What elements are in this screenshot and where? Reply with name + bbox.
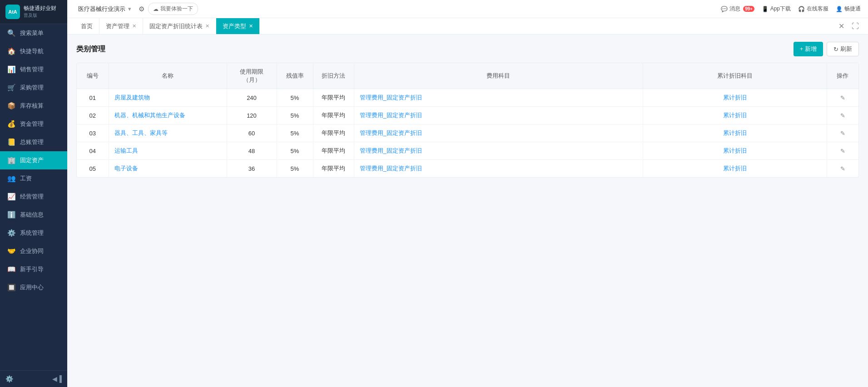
- sidebar-item-quick-nav[interactable]: 🏠 快捷导航: [0, 42, 67, 60]
- purchase-icon: 🛒: [7, 84, 15, 92]
- cell-residual: 5%: [277, 124, 313, 142]
- cell-expense: 管理费用_固定资产折旧: [354, 160, 643, 178]
- cell-method: 年限平均: [313, 142, 354, 160]
- cell-action[interactable]: ✎: [827, 107, 858, 124]
- app-download-button[interactable]: 📱 App下载: [762, 5, 791, 13]
- ledger-icon: 📒: [7, 138, 15, 146]
- sidebar-nav: 🔍 搜索菜单 🏠 快捷导航 📊 销售管理 🛒 采购管理 📦 库存核算 💰 资金管…: [0, 24, 67, 370]
- cell-period: 60: [227, 124, 277, 142]
- tabs-bar: 首页 资产管理 ✕ 固定资产折旧统计表 ✕ 资产类型 ✕ ✕ ⛶: [67, 18, 868, 35]
- home-icon: 🏠: [7, 47, 15, 55]
- cell-period: 48: [227, 142, 277, 160]
- messages-button[interactable]: 💬 消息 99: [721, 5, 754, 13]
- cell-expense: 管理费用_固定资产折旧: [354, 89, 643, 107]
- sidebar-item-inventory[interactable]: 📦 库存核算: [0, 97, 67, 115]
- sidebar-item-label: 系统管理: [20, 229, 44, 237]
- tab-fixed-asset-table[interactable]: 固定资产折旧统计表 ✕: [143, 18, 216, 34]
- dropdown-icon: ▾: [128, 5, 131, 12]
- tabs-right-actions: ✕ ⛶: [837, 20, 861, 32]
- app-center-icon: 🔲: [7, 283, 15, 292]
- tab-label: 首页: [81, 22, 93, 30]
- cell-id: 03: [77, 124, 109, 142]
- system-icon: ⚙️: [7, 229, 15, 237]
- cell-id: 01: [77, 89, 109, 107]
- cloud-icon: ☁: [153, 6, 159, 12]
- basic-info-icon: ℹ️: [7, 211, 15, 219]
- cell-name: 电子设备: [109, 160, 227, 178]
- company-selector[interactable]: 医疗器械行业演示 ▾: [74, 3, 135, 15]
- cell-residual: 5%: [277, 160, 313, 178]
- sidebar-item-search[interactable]: 🔍 搜索菜单: [0, 24, 67, 42]
- sidebar-item-label: 应用中心: [20, 283, 44, 292]
- col-name: 名称: [109, 63, 227, 89]
- tab-home[interactable]: 首页: [74, 18, 99, 34]
- sidebar-logo: AtA 畅捷通好业财 普及版: [0, 0, 67, 24]
- cell-accum: 累计折旧: [643, 160, 827, 178]
- sidebar-item-fixed-assets[interactable]: 🏢 固定资产: [0, 151, 67, 169]
- logo-edition: 普及版: [24, 12, 56, 19]
- sidebar-item-capital[interactable]: 💰 资金管理: [0, 115, 67, 133]
- sidebar-item-purchase[interactable]: 🛒 采购管理: [0, 79, 67, 97]
- cell-action[interactable]: ✎: [827, 124, 858, 142]
- operations-icon: 📈: [7, 193, 15, 201]
- sidebar-item-label: 库存核算: [20, 102, 44, 110]
- messages-label: 消息: [729, 5, 740, 13]
- cell-id: 05: [77, 160, 109, 178]
- customer-service-label: 在线客服: [807, 5, 828, 13]
- sidebar-item-operations[interactable]: 📈 经营管理: [0, 188, 67, 206]
- user-label: 畅捷通: [844, 5, 861, 13]
- tab-close-icon[interactable]: ✕: [205, 23, 209, 29]
- logo-app-name: 畅捷通好业财: [24, 5, 56, 12]
- customer-service-button[interactable]: 🎧 在线客服: [798, 5, 828, 13]
- sidebar-item-label: 销售管理: [20, 65, 44, 74]
- col-period: 使用期限（月）: [227, 63, 277, 89]
- refresh-icon: ↻: [833, 46, 838, 53]
- new-button[interactable]: + 新增: [794, 42, 823, 56]
- sidebar-item-ledger[interactable]: 📒 总账管理: [0, 133, 67, 151]
- settings-footer-icon[interactable]: ⚙️: [5, 375, 13, 382]
- cell-name: 房屋及建筑物: [109, 89, 227, 107]
- sidebar-item-guide[interactable]: 📖 新手引导: [0, 260, 67, 278]
- cell-accum: 累计折旧: [643, 107, 827, 124]
- refresh-button[interactable]: ↻ 刷新: [827, 42, 859, 56]
- col-accum: 累计折旧科目: [643, 63, 827, 89]
- tab-close-icon[interactable]: ✕: [249, 23, 253, 29]
- close-tab-button[interactable]: ✕: [837, 20, 846, 32]
- experience-label: 我要体验一下: [160, 5, 193, 13]
- settings-icon[interactable]: ⚙: [139, 5, 144, 13]
- sidebar-item-basic-info[interactable]: ℹ️ 基础信息: [0, 206, 67, 224]
- cell-name: 机器、机械和其他生产设备: [109, 107, 227, 124]
- sidebar: AtA 畅捷通好业财 普及版 🔍 搜索菜单 🏠 快捷导航 📊 销售管理 🛒 采购…: [0, 0, 67, 387]
- cell-accum: 累计折旧: [643, 89, 827, 107]
- cell-action[interactable]: ✎: [827, 89, 858, 107]
- sidebar-item-system[interactable]: ⚙️ 系统管理: [0, 224, 67, 242]
- sidebar-item-payroll[interactable]: 👥 工资: [0, 169, 67, 188]
- collapse-sidebar-icon[interactable]: ◀▐: [52, 375, 62, 382]
- tab-asset-type[interactable]: 资产类型 ✕: [216, 18, 260, 34]
- headset-icon: 🎧: [798, 6, 805, 12]
- tab-asset-mgmt[interactable]: 资产管理 ✕: [99, 18, 143, 34]
- messages-badge: 99: [743, 6, 754, 12]
- payroll-icon: 👥: [7, 174, 15, 183]
- main-area: 医疗器械行业演示 ▾ ⚙ ☁ 我要体验一下 💬 消息 99 📱 App下载 🎧 …: [67, 0, 868, 387]
- sidebar-item-label: 资金管理: [20, 120, 44, 128]
- topbar: 医疗器械行业演示 ▾ ⚙ ☁ 我要体验一下 💬 消息 99 📱 App下载 🎧 …: [67, 0, 868, 18]
- cell-name: 器具、工具、家具等: [109, 124, 227, 142]
- tabs-list: 首页 资产管理 ✕ 固定资产折旧统计表 ✕ 资产类型 ✕: [74, 18, 260, 34]
- sidebar-item-app-center[interactable]: 🔲 应用中心: [0, 278, 67, 297]
- capital-icon: 💰: [7, 120, 15, 128]
- sidebar-item-label: 经营管理: [20, 193, 44, 201]
- sidebar-item-sales[interactable]: 📊 销售管理: [0, 60, 67, 79]
- guide-icon: 📖: [7, 265, 15, 273]
- tab-close-icon[interactable]: ✕: [132, 23, 136, 29]
- experience-button[interactable]: ☁ 我要体验一下: [148, 3, 198, 15]
- page-title: 类别管理: [76, 45, 105, 54]
- cell-action[interactable]: ✎: [827, 142, 858, 160]
- sidebar-item-enterprise[interactable]: 🤝 企业协同: [0, 242, 67, 260]
- col-residual: 残值率: [277, 63, 313, 89]
- maximize-tab-button[interactable]: ⛶: [850, 20, 861, 32]
- cell-action[interactable]: ✎: [827, 160, 858, 178]
- cell-method: 年限平均: [313, 124, 354, 142]
- user-button[interactable]: 👤 畅捷通: [836, 5, 861, 13]
- logo-text-block: 畅捷通好业财 普及版: [24, 5, 56, 19]
